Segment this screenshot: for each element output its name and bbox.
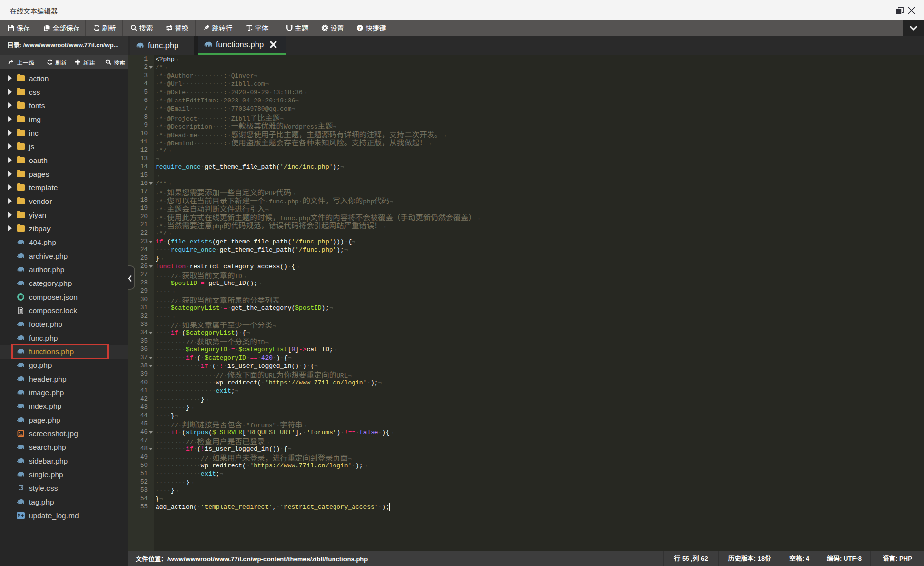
svg-text:?: ? [358, 25, 361, 30]
